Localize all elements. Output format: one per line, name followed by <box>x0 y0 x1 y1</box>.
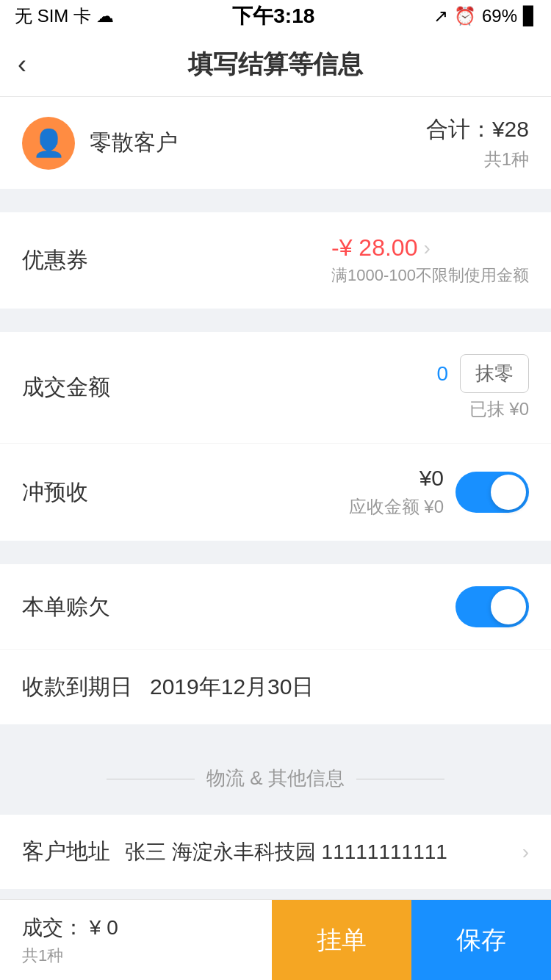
back-button[interactable]: ‹ <box>18 49 26 80</box>
avatar-icon: 👤 <box>32 128 65 159</box>
prepayment-value-col: ¥0 应收金额 ¥0 <box>349 466 444 519</box>
customer-total: 合计：¥28 共1种 <box>426 115 529 171</box>
bottom-count: 共1种 <box>22 945 250 967</box>
divider-1 <box>0 201 551 212</box>
address-value: 张三 海淀永丰科技园 11111111111 <box>125 838 516 866</box>
divider-4 <box>0 736 551 748</box>
status-left: 无 SIM 卡 ☁ <box>15 4 114 28</box>
total-price: 合计：¥28 <box>426 115 529 145</box>
bottom-bar: 成交： ¥ 0 共1种 挂单 保存 <box>0 899 551 980</box>
nav-bar: ‹ 填写结算等信息 <box>0 32 551 97</box>
chevron-icon: › <box>423 237 430 260</box>
toggle-circle-2 <box>491 589 526 624</box>
address-row[interactable]: 客户地址 张三 海淀永丰科技园 11111111111 › <box>0 815 551 889</box>
pending-button[interactable]: 挂单 <box>272 900 411 981</box>
content-area: 👤 零散客户 合计：¥28 共1种 优惠券 -¥ 28.00 › 满1000-1… <box>0 97 551 980</box>
coupon-card[interactable]: 优惠券 -¥ 28.00 › 满1000-100不限制使用金额 <box>0 212 551 309</box>
page-title: 填写结算等信息 <box>188 48 363 82</box>
customer-row: 👤 零散客户 合计：¥28 共1种 <box>0 97 551 189</box>
status-right: ↗ ⏰ 69% ▊ <box>433 6 536 26</box>
alarm-icon: ⏰ <box>454 6 476 26</box>
credit-row: 本单赊欠 <box>0 564 551 650</box>
avatar: 👤 <box>22 117 75 170</box>
battery-text: 69% <box>482 6 517 26</box>
deal-amount-label: 成交金额 <box>22 372 110 403</box>
deal-label: 成交： <box>22 916 84 939</box>
deal-amount-value: 0 <box>436 362 448 386</box>
prepayment-value: ¥0 <box>349 466 444 491</box>
divider-5 <box>0 809 551 815</box>
customer-name: 零散客户 <box>90 128 178 158</box>
deal-amount-sub: 已抹 ¥0 <box>436 397 529 421</box>
address-chevron-icon: › <box>522 840 529 864</box>
total-count: 共1种 <box>426 148 529 171</box>
prepayment-row: 冲预收 ¥0 应收金额 ¥0 <box>0 444 551 541</box>
due-date-row: 收款到期日 2019年12月30日 <box>0 650 551 724</box>
prepayment-sub: 应收金额 ¥0 <box>349 495 444 519</box>
customer-card: 👤 零散客户 合计：¥28 共1种 <box>0 97 551 189</box>
deal-amount-value-col: 0 抹零 已抹 ¥0 <box>436 354 529 421</box>
logistics-title: 物流 & 其他信息 <box>206 765 345 791</box>
status-bar: 无 SIM 卡 ☁ 下午3:18 ↗ ⏰ 69% ▊ <box>0 0 551 32</box>
logistics-header: 物流 & 其他信息 <box>0 748 551 809</box>
toggle-circle <box>491 475 526 510</box>
coupon-label: 优惠券 <box>22 245 88 275</box>
coupon-row[interactable]: 优惠券 -¥ 28.00 › 满1000-100不限制使用金额 <box>0 212 551 309</box>
battery-icon: ▊ <box>523 6 536 26</box>
coupon-note: 满1000-100不限制使用金额 <box>331 264 529 287</box>
customer-left: 👤 零散客户 <box>22 117 178 170</box>
due-date-value: 2019年12月30日 <box>150 672 314 702</box>
credit-toggle[interactable] <box>455 586 529 627</box>
no-sim-text: 无 SIM 卡 ☁ <box>15 4 114 28</box>
coupon-right: -¥ 28.00 › 满1000-100不限制使用金额 <box>331 234 529 287</box>
prepayment-right: ¥0 应收金额 ¥0 <box>349 466 529 519</box>
coupon-discount: -¥ 28.00 <box>331 234 417 262</box>
address-label: 客户地址 <box>22 837 110 867</box>
prepayment-toggle[interactable] <box>455 472 529 513</box>
deal-amount-card: 成交金额 0 抹零 已抹 ¥0 冲预收 ¥0 应收金额 ¥0 <box>0 332 551 541</box>
deal-value: ¥ 0 <box>90 916 118 939</box>
divider-3 <box>0 552 551 564</box>
deal-amount-row: 成交金额 0 抹零 已抹 ¥0 <box>0 332 551 444</box>
address-card[interactable]: 客户地址 张三 海淀永丰科技园 11111111111 › <box>0 815 551 889</box>
bottom-deal-text: 成交： ¥ 0 <box>22 914 250 942</box>
credit-label: 本单赊欠 <box>22 592 110 622</box>
location-icon: ↗ <box>433 6 448 26</box>
deal-amount-right: 0 抹零 已抹 ¥0 <box>436 354 529 421</box>
save-button[interactable]: 保存 <box>411 900 551 981</box>
round-zero-button[interactable]: 抹零 <box>460 354 529 393</box>
prepayment-label: 冲预收 <box>22 478 88 508</box>
divider-2 <box>0 320 551 332</box>
bottom-info: 成交： ¥ 0 共1种 <box>0 914 272 967</box>
status-time: 下午3:18 <box>232 2 314 30</box>
credit-card: 本单赊欠 收款到期日 2019年12月30日 <box>0 564 551 724</box>
credit-right <box>455 586 529 627</box>
due-date-label: 收款到期日 <box>22 672 132 702</box>
